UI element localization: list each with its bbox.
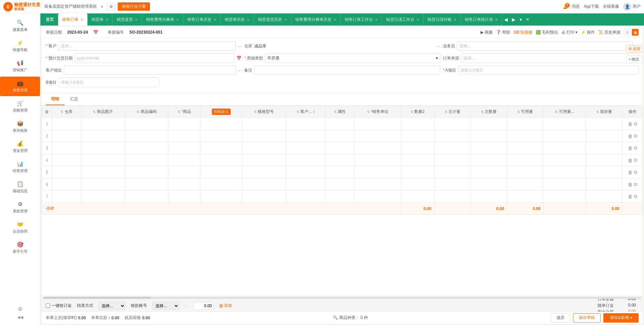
row-stock-4[interactable] bbox=[586, 154, 622, 166]
staff-input[interactable] bbox=[457, 41, 633, 51]
row-spec-2[interactable] bbox=[242, 130, 286, 142]
online-service[interactable]: 在线客服 bbox=[603, 4, 619, 9]
sidebar-item-search[interactable]: 🔍 搜索菜单 bbox=[0, 16, 40, 36]
profit-action[interactable]: 💹 毛利预估 bbox=[536, 30, 558, 35]
row-image-2[interactable] bbox=[81, 130, 125, 142]
row-code-4[interactable] bbox=[125, 154, 168, 166]
sidebar-item-system[interactable]: ⚙ 系统管理 bbox=[0, 198, 40, 217]
sidebar-collapse-btn[interactable]: ⚙ bbox=[18, 306, 23, 312]
row-delete-icon-4[interactable]: 🗑 bbox=[628, 158, 633, 163]
row-available-2[interactable] bbox=[507, 130, 543, 142]
order-source-input[interactable] bbox=[461, 53, 639, 63]
remark-input[interactable] bbox=[254, 66, 440, 75]
sidebar-item-nav[interactable]: ⚡ 快捷导航 bbox=[0, 36, 40, 56]
col-image[interactable]: ⇅ 商品图片 bbox=[81, 106, 125, 118]
tab-fee-split-close[interactable]: ✕ bbox=[176, 18, 179, 22]
row-copy-icon-5[interactable]: ⧉ bbox=[634, 169, 637, 175]
add-btn[interactable]: ⊕ 添加 bbox=[219, 302, 232, 309]
scroll-thumb[interactable] bbox=[43, 297, 151, 299]
add-side-btn[interactable]: + 物流 bbox=[626, 55, 643, 63]
col-available[interactable]: ⇅ 可用量 bbox=[507, 106, 543, 118]
discard-button[interactable]: 放弃 bbox=[551, 313, 570, 323]
row-delete-icon-2[interactable]: 🗑 bbox=[628, 133, 633, 139]
tab-order-history-close[interactable]: ✕ bbox=[214, 18, 216, 22]
col-scan[interactable]: 扫码录入 bbox=[200, 106, 242, 118]
row-available2-6[interactable] bbox=[543, 178, 586, 191]
row-stock-6[interactable] bbox=[586, 178, 622, 191]
row-code-6[interactable] bbox=[125, 178, 168, 191]
col-available2[interactable]: ⇅ 可用量... bbox=[543, 106, 586, 118]
tab-home[interactable]: 首页 bbox=[42, 13, 58, 26]
shortcut-action[interactable]: ⌨ 快捷键 bbox=[514, 30, 532, 35]
row-attr-4[interactable] bbox=[325, 154, 354, 166]
row-qty2-5[interactable] bbox=[401, 166, 434, 178]
row-spec-4[interactable] bbox=[242, 154, 286, 166]
row-code-1[interactable] bbox=[125, 118, 168, 130]
tab-sales-order[interactable]: 销售订单 ✕ bbox=[58, 13, 87, 26]
row-warehouse-7[interactable] bbox=[52, 191, 81, 203]
operation-action[interactable]: ⚡ 操作 bbox=[581, 30, 595, 35]
invoice-select[interactable]: 不开票 ▾ bbox=[265, 53, 440, 63]
tab-fee-history-close[interactable]: ✕ bbox=[334, 18, 336, 22]
row-main-unit-2[interactable] bbox=[434, 130, 470, 142]
row-code-3[interactable] bbox=[125, 142, 168, 154]
row-unit-7[interactable] bbox=[354, 191, 401, 203]
row-copy-icon-1[interactable]: ⧉ bbox=[634, 121, 637, 127]
col-product[interactable]: ⇅ *商品 bbox=[168, 106, 200, 118]
row-customer-code-2[interactable] bbox=[286, 130, 326, 142]
row-spec-7[interactable] bbox=[242, 191, 286, 203]
row-spec-1[interactable] bbox=[242, 118, 286, 130]
row-qty2-7[interactable] bbox=[401, 191, 434, 203]
row-main-unit-5[interactable] bbox=[434, 166, 470, 178]
row-attr-6[interactable] bbox=[325, 178, 354, 191]
history-action[interactable]: 📜 历史单据 bbox=[598, 30, 620, 35]
row-image-4[interactable] bbox=[81, 154, 125, 166]
address-dots-icon[interactable]: ··· bbox=[238, 68, 242, 73]
row-image-7[interactable] bbox=[81, 191, 125, 203]
row-product-6[interactable] bbox=[168, 178, 200, 191]
tab-stats[interactable]: 销售订单统计表 ✕ bbox=[461, 13, 502, 26]
row-stock-3[interactable] bbox=[586, 142, 622, 154]
row-delete-icon-1[interactable]: 🗑 bbox=[628, 121, 633, 127]
row-main-qty-6[interactable] bbox=[470, 178, 507, 191]
row-code-7[interactable] bbox=[125, 191, 168, 203]
row-main-qty-7[interactable] bbox=[470, 191, 507, 203]
row-spec-6[interactable] bbox=[242, 178, 286, 191]
tab-return-close[interactable]: ✕ bbox=[135, 18, 138, 22]
row-spec-5[interactable] bbox=[242, 166, 286, 178]
row-unit-3[interactable] bbox=[354, 142, 401, 154]
tab-sales-goods[interactable]: 销货单 ✕ bbox=[87, 13, 113, 26]
customer-input[interactable] bbox=[59, 41, 236, 51]
tab-order-workbench-close[interactable]: ✕ bbox=[375, 18, 378, 22]
row-image-3[interactable] bbox=[81, 142, 125, 154]
row-stock-5[interactable] bbox=[586, 166, 622, 178]
tab-goods-history-close[interactable]: ✕ bbox=[247, 18, 250, 22]
row-product-1[interactable] bbox=[168, 118, 200, 130]
row-qty2-6[interactable] bbox=[401, 178, 434, 191]
row-product-3[interactable] bbox=[168, 142, 200, 154]
tab-order-history[interactable]: 销售订单历史 ✕ bbox=[183, 13, 221, 26]
row-main-unit-7[interactable] bbox=[434, 191, 470, 203]
col-main-qty[interactable]: ⇅ 主数量 bbox=[470, 106, 507, 118]
notification-icon[interactable]: 🔔 9 bbox=[563, 4, 568, 9]
row-available2-1[interactable] bbox=[543, 118, 586, 130]
row-unit-5[interactable] bbox=[354, 166, 401, 178]
app-download[interactable]: App下载 bbox=[584, 4, 599, 9]
tab-prev-btn[interactable]: ◀ bbox=[502, 17, 510, 22]
solution-button[interactable]: 体验行业方案 bbox=[118, 2, 150, 11]
save-draft-button[interactable]: 保存草稿 bbox=[573, 313, 601, 323]
row-copy-icon-4[interactable]: ⧉ bbox=[634, 157, 637, 163]
row-image-1[interactable] bbox=[81, 118, 125, 130]
row-available2-3[interactable] bbox=[543, 142, 586, 154]
tab-fee-split[interactable]: 销售费用分摊单 ✕ bbox=[142, 13, 183, 26]
row-warehouse-2[interactable] bbox=[52, 130, 81, 142]
row-scan-3[interactable] bbox=[200, 142, 242, 154]
row-copy-icon-6[interactable]: ⧉ bbox=[634, 181, 637, 187]
row-available2-2[interactable] bbox=[543, 130, 586, 142]
delivery-cal-icon[interactable]: 📅 bbox=[236, 56, 241, 60]
row-unit-6[interactable] bbox=[354, 178, 401, 191]
row-warehouse-6[interactable] bbox=[52, 178, 81, 191]
col-spec[interactable]: ⇅ 规格型号 bbox=[242, 106, 286, 118]
row-scan-1[interactable] bbox=[200, 118, 242, 130]
row-warehouse-1[interactable] bbox=[52, 118, 81, 130]
